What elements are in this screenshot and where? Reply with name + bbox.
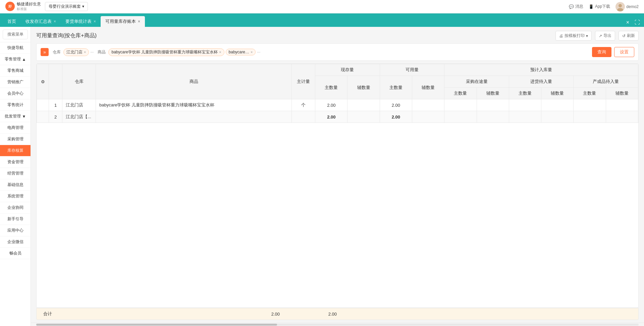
more-dots2[interactable]: ··· <box>257 50 260 54</box>
export-btn[interactable]: ↗ 导出 <box>595 31 615 41</box>
tab-keyongliang[interactable]: 可用量库存账本 × <box>101 16 145 27</box>
close-tab1-btn[interactable]: × <box>54 19 56 24</box>
th-production-incoming: 产成品待入量 <box>574 76 638 88</box>
refresh-btn[interactable]: ↺ 刷新 <box>619 31 639 41</box>
table-wrapper[interactable]: ⚙ 仓库 商品 主计量 现存量 可用量 预计入库量 主数量 辅数 <box>37 64 638 308</box>
sidebar-item-appcenter[interactable]: 应用中心 <box>0 225 31 236</box>
fullscreen-btn[interactable]: ⛶ <box>633 18 641 27</box>
user-menu[interactable]: demo2 <box>615 2 639 11</box>
filter-warehouse-group: 仓库 江北门店 × ··· <box>53 48 94 56</box>
filter-actions: 查询 设置 <box>592 47 634 57</box>
filter-expand-btn[interactable]: » <box>41 48 49 56</box>
row1-purchase-main <box>444 99 477 111</box>
message-btn[interactable]: 💬 消息 <box>569 4 583 9</box>
row1-stock-aux <box>347 99 380 111</box>
th-purchase-in-main: 主数量 <box>509 88 541 99</box>
logo: 好 畅捷通好生意 标准版 <box>5 2 41 11</box>
arrow-icon2: ▼ <box>22 114 26 119</box>
sidebar-item-newguide[interactable]: 新手引导 <box>0 214 31 225</box>
sidebar-item-marketing[interactable]: 营销推广 <box>0 77 31 88</box>
sidebar-item-enterprise[interactable]: 企业协同 <box>0 202 31 214</box>
top-bar-left: 好 畅捷通好生意 标准版 母婴行业演示账套 ▾ <box>5 2 88 11</box>
th-product: 商品 <box>96 64 292 99</box>
query-btn[interactable]: 查询 <box>592 47 611 57</box>
filter-product-group: 商品 babycare学饮杯 儿童防摔防撞吸管杯重力球吸嘴杯宝宝水杯 × bab… <box>98 48 260 56</box>
row2-production-aux <box>606 111 638 123</box>
row1-no: 1 <box>49 99 62 111</box>
sidebar-item-vip[interactable]: 畅会员 <box>0 248 31 259</box>
page-actions: 🖨 按模板打印 ▾ ↗ 导出 ↺ 刷新 <box>555 31 639 41</box>
print-btn[interactable]: 🖨 按模板打印 ▾ <box>555 31 592 41</box>
page-title: 可用量查询(按仓库+商品) <box>36 32 97 39</box>
th-settings[interactable]: ⚙ <box>37 64 49 99</box>
sidebar-item-zero-retail[interactable]: 零售管理 ▲ <box>0 54 31 65</box>
row1-avail-aux <box>412 99 444 111</box>
th-purchase-onway: 采购在途量 <box>444 76 509 88</box>
th-prod-in-aux: 辅数量 <box>606 88 638 99</box>
warehouse-tags: 江北门店 × ··· <box>63 48 94 56</box>
message-icon: 💬 <box>569 4 574 9</box>
row2-production-main <box>574 111 606 123</box>
sidebar-item-basic[interactable]: 基础信息 <box>0 179 31 191</box>
more-dots[interactable]: ··· <box>90 50 94 54</box>
settings-btn[interactable]: 设置 <box>614 47 634 57</box>
scroll-bar-track[interactable] <box>36 324 639 326</box>
row1-product: babycare学饮杯 儿童防摔防撞吸管杯重力球吸嘴杯宝宝水杯 <box>96 99 292 111</box>
logo-icon: 好 <box>5 2 15 11</box>
sidebar-item-ecommerce[interactable]: 电商管理 <box>0 122 31 134</box>
footer-label: 合计 <box>40 311 251 317</box>
logo-text: 畅捷通好生意 <box>17 2 41 6</box>
remove-warehouse-btn[interactable]: × <box>84 50 86 54</box>
tab-yaohuo[interactable]: 要货单统计表 × <box>61 16 101 27</box>
row2-product <box>96 111 292 123</box>
sidebar-item-quicknav[interactable]: 快捷导航 <box>0 42 31 54</box>
warehouse-tag[interactable]: 江北门店 × <box>63 48 89 56</box>
close-tab3-btn[interactable]: × <box>138 19 140 24</box>
scroll-bar-container[interactable] <box>31 323 644 326</box>
sidebar-item-member[interactable]: 会员中心 <box>0 88 31 99</box>
table-container: ⚙ 仓库 商品 主计量 现存量 可用量 预计入库量 主数量 辅数 <box>36 63 639 308</box>
sidebar-search: 搜索菜单 <box>0 27 31 42</box>
tab-home[interactable]: 首页 <box>3 16 21 27</box>
warehouse-label: 仓库 <box>53 49 61 55</box>
top-bar: 好 畅捷通好生意 标准版 母婴行业演示账套 ▾ 💬 消息 📱 App下载 dem… <box>0 0 644 13</box>
search-menu-btn[interactable]: 搜索菜单 <box>3 30 28 39</box>
close-tab2-btn[interactable]: × <box>94 19 96 24</box>
industry-select[interactable]: 母婴行业演示账套 ▾ <box>45 2 88 11</box>
row2-avail-main: 2.00 <box>380 111 412 123</box>
remove-product1-btn[interactable]: × <box>219 50 221 54</box>
row1-production-aux <box>606 99 638 111</box>
tab-shoufacun[interactable]: 收发存汇总表 × <box>21 16 61 27</box>
sidebar-item-wechat[interactable]: 企业微信 <box>0 236 31 248</box>
row1-warehouse: 江北门店 <box>62 99 96 111</box>
sidebar-item-retail-mall[interactable]: 零售商城 <box>0 65 31 77</box>
product-tag1[interactable]: babycare学饮杯 儿童防摔防撞吸管杯重力球吸嘴杯宝宝水杯 × <box>108 48 224 56</box>
sidebar-item-inventory[interactable]: 库存核算 <box>0 145 31 156</box>
row1-incoming-main <box>509 99 541 111</box>
main-layout: 搜索菜单 快捷导航 零售管理 ▲ 零售商城 营销推广 会员中心 零售统计 批发管… <box>0 27 644 326</box>
gear-icon[interactable]: ⚙ <box>41 79 45 84</box>
row2-stock-main: 2.00 <box>315 111 347 123</box>
row2-purchase-main <box>444 111 477 123</box>
sidebar-item-batch-mgmt[interactable]: 批发管理 ▼ <box>0 111 31 122</box>
content-area: 可用量查询(按仓库+商品) 🖨 按模板打印 ▾ ↗ 导出 ↺ 刷新 » <box>31 27 644 326</box>
logo-sub: 标准版 <box>17 7 41 11</box>
sidebar-item-retail-stats[interactable]: 零售统计 <box>0 99 31 111</box>
row2-settings <box>37 111 49 123</box>
product-label: 商品 <box>98 49 106 55</box>
app-download-btn[interactable]: 📱 App下载 <box>589 4 610 9</box>
row2-incoming-aux <box>541 111 574 123</box>
product-tag2[interactable]: babycare… × <box>226 49 256 55</box>
sidebar-item-purchase[interactable]: 采购管理 <box>0 134 31 145</box>
sidebar-item-system[interactable]: 系统管理 <box>0 191 31 202</box>
sidebar-item-finance[interactable]: 资金管理 <box>0 156 31 168</box>
th-prod-in-main: 主数量 <box>574 88 606 99</box>
remove-product2-btn[interactable]: × <box>251 50 253 54</box>
close-all-tabs-btn[interactable]: × <box>625 18 631 27</box>
th-available-qty: 可用量 <box>380 64 444 76</box>
top-bar-right: 💬 消息 📱 App下载 demo2 <box>569 2 639 11</box>
scroll-bar-thumb[interactable] <box>36 324 277 326</box>
sidebar-item-ops[interactable]: 经营管理 <box>0 168 31 179</box>
svg-point-1 <box>619 4 622 7</box>
table-row: 2 江北门店【... 2.00 2.00 <box>37 111 638 123</box>
